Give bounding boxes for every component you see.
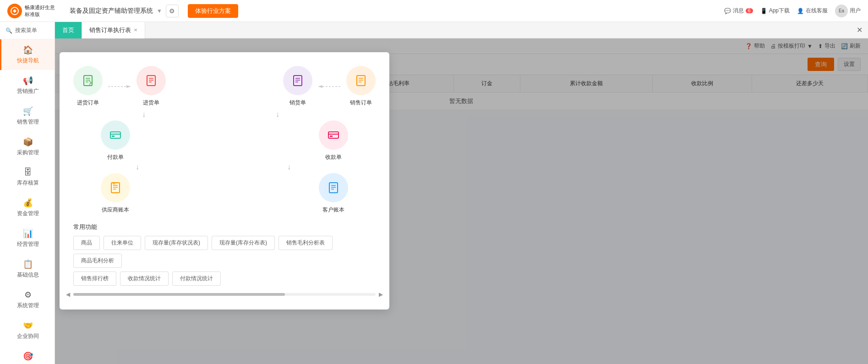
purchase-order-icon [73,66,103,95]
svg-rect-1 [84,76,92,86]
scroll-right-arrow[interactable]: ▶ [379,291,383,298]
svg-marker-6 [126,85,131,88]
common-functions-title: 常用功能 [73,223,376,231]
trial-button[interactable]: 体验行业方案 [188,4,238,18]
system-name-area: 装备及固定资产辅助管理系统 ▼ ⚙ 体验行业方案 [70,4,724,18]
app-download-button[interactable]: 📱 App下载 [760,7,790,15]
service-icon: 👤 [797,8,804,14]
operations-icon: 📊 [23,228,33,239]
cf-btn-stock-status[interactable]: 现存量(库存状况表) [145,236,208,250]
purchase-bill-icon [136,66,166,95]
common-function-buttons: 商品 往来单位 现存量(库存状况表) 现存量(库存分布表) 销售毛利分析表 商品… [73,236,376,268]
sidebar-item-inventory[interactable]: 🗄 库存核算 [0,162,55,192]
tab-bar: 首页 销售订单执行表 ✕ ✕ [55,22,868,38]
online-service-button[interactable]: 👤 在线客服 [797,7,828,15]
finance-icon: 💰 [23,198,33,208]
cf-btn-sales-margin-analysis[interactable]: 销售毛利分析表 [278,236,333,250]
message-badge: 6 [746,8,753,13]
sidebar-item-system[interactable]: ⚙ 系统管理 [0,284,55,315]
common-function-buttons-row2: 销售排行榜 收款情况统计 付款情况统计 [73,272,376,286]
user-profile-button[interactable]: Ea 用户 [835,5,861,17]
svg-marker-15 [318,85,322,88]
svg-rect-11 [294,76,302,86]
sidebar-item-enterprise[interactable]: 🤝 企业协同 [0,315,55,346]
sales-icon: 🛒 [23,106,33,116]
scroll-left-arrow[interactable]: ◀ [66,291,70,298]
sidebar-item-quick-nav[interactable]: 🏠 快捷导航 [0,39,55,70]
page-content: ❓ 帮助 🖨 按模板打印 ▼ ⬆ 导出 🔄 刷新 [55,38,868,364]
message-icon: 💬 [724,8,731,14]
common-functions: 常用功能 商品 往来单位 现存量(库存状况表) 现存量(库存分布表) 销售毛利分… [73,223,376,286]
svg-rect-24 [328,132,338,138]
content-area: 首页 销售订单执行表 ✕ ✕ ❓ 帮助 🖨 按模板打印 ▼ [55,22,868,364]
flow-node-supplier-ledger[interactable]: 帐 供应商账本 [101,173,130,214]
svg-rect-21 [110,132,120,138]
flow-node-receipt[interactable]: 收款单 [319,120,348,161]
popup-scrollbar-track[interactable]: ◀ ▶ [73,293,376,296]
flow-node-purchase-order[interactable]: 进货订单 [73,66,103,107]
cf-btn-sales-ranking[interactable]: 销售排行榜 [73,272,116,286]
payment-icon [101,120,130,150]
system-title: 装备及固定资产辅助管理系统 [70,7,153,15]
popup-card: 进货订单 进货单 [60,52,389,310]
logo-area: 畅康通好生意 标准版 [7,4,62,18]
cf-btn-payment-stats[interactable]: 付款情况统计 [172,272,221,286]
svg-rect-17 [357,76,365,86]
sales-order-icon [346,66,376,95]
logo-text: 畅康通好生意 标准版 [25,4,55,17]
svg-rect-26 [330,136,333,137]
sidebar-item-newbie[interactable]: 🎯 新手引导 [0,346,55,364]
tab-sales-order-exec[interactable]: 销售订单执行表 ✕ [82,22,145,38]
tab-close-button[interactable]: ✕ [134,27,137,33]
flow-node-customer-ledger[interactable]: 客户账本 [319,173,348,214]
sidebar-item-finance[interactable]: 💰 资金管理 [0,192,55,223]
sidebar-item-sales[interactable]: 🛒 销售管理 [0,101,55,131]
sidebar-search[interactable]: 🔍 搜索菜单 [0,22,55,39]
header-right: 💬 消息 6 📱 App下载 👤 在线客服 Ea 用户 [724,5,861,17]
flow-node-purchase-bill[interactable]: 进货单 [136,66,166,107]
cf-btn-partners[interactable]: 往来单位 [104,236,141,250]
top-header: 畅康通好生意 标准版 装备及固定资产辅助管理系统 ▼ ⚙ 体验行业方案 💬 消息… [0,0,868,22]
purchase-icon: 📦 [23,137,33,147]
sidebar-item-operations[interactable]: 📊 经营管理 [0,223,55,254]
system-dropdown-arrow[interactable]: ▼ [157,8,162,14]
download-icon: 📱 [760,8,767,14]
sidebar-item-base-info[interactable]: 📋 基础信息 [0,254,55,284]
base-info-icon: 📋 [23,259,33,269]
newbie-icon: 🎯 [23,351,33,361]
system-icon: ⚙ [24,290,32,300]
tab-bar-close-button[interactable]: ✕ [851,26,868,34]
flow-node-sales-bill[interactable]: 销货单 [283,66,312,107]
svg-rect-32 [329,183,338,193]
receipt-icon [319,120,348,150]
flow-node-sales-order[interactable]: 销售订单 [346,66,376,107]
settings-gear-button[interactable]: ⚙ [166,5,179,17]
popup-overlay: 进货订单 进货单 [55,38,868,364]
customer-ledger-icon [319,173,348,202]
avatar: Ea [835,5,848,17]
svg-text:帐: 帐 [113,182,116,185]
cf-btn-receipt-stats[interactable]: 收款情况统计 [120,272,169,286]
message-button[interactable]: 💬 消息 6 [724,7,753,15]
flow-node-payment[interactable]: 付款单 [101,120,130,161]
search-icon: 🔍 [5,27,12,34]
popup-scrollbar-thumb[interactable] [73,293,285,296]
sidebar-item-marketing[interactable]: 📢 营销推广 [0,70,55,101]
logo-icon [7,4,22,18]
sidebar-item-purchase[interactable]: 📦 采购管理 [0,131,55,162]
enterprise-icon: 🤝 [23,321,33,331]
cf-btn-stock-dist[interactable]: 现存量(库存分布表) [212,236,275,250]
quick-nav-icon: 🏠 [23,45,33,55]
supplier-ledger-icon: 帐 [101,173,130,202]
tab-home[interactable]: 首页 [55,22,82,38]
svg-rect-23 [112,136,115,137]
marketing-icon: 📢 [23,76,33,86]
main-layout: 🔍 搜索菜单 🏠 快捷导航 📢 营销推广 🛒 销售管理 📦 采购管理 🗄 库存核… [0,22,868,364]
cf-btn-goods[interactable]: 商品 [73,236,100,250]
sales-bill-icon [283,66,312,95]
sidebar: 🔍 搜索菜单 🏠 快捷导航 📢 营销推广 🛒 销售管理 📦 采购管理 🗄 库存核… [0,22,55,364]
svg-rect-7 [147,76,155,86]
inventory-icon: 🗄 [24,168,32,177]
cf-btn-goods-margin[interactable]: 商品毛利分析 [73,254,122,268]
